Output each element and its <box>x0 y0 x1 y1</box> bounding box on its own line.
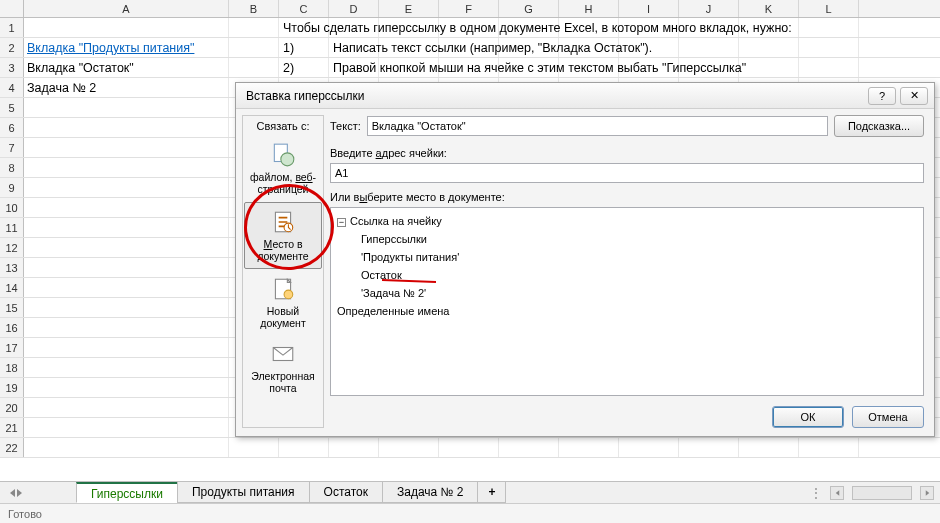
ok-button[interactable]: ОК <box>772 406 844 428</box>
tree-leaf-remainder[interactable]: Остаток <box>361 266 917 284</box>
cell-A4[interactable]: Задача № 2 <box>24 78 229 97</box>
row-header-12[interactable]: 12 <box>0 238 24 257</box>
sheet-tab-hyperlinks[interactable]: Гиперссылки <box>76 482 178 503</box>
close-button[interactable]: ✕ <box>900 87 928 105</box>
cell-A3[interactable]: Вкладка "Остаток" <box>24 58 229 77</box>
col-header-E[interactable]: E <box>379 0 439 17</box>
cell-address-input[interactable] <box>330 163 924 183</box>
col-header-I[interactable]: I <box>619 0 679 17</box>
cell-B22[interactable] <box>229 438 279 457</box>
cell-A18[interactable] <box>24 358 229 377</box>
link-to-file-web[interactable]: файлом, веб-страницей <box>243 136 323 201</box>
row-header-3[interactable]: 3 <box>0 58 24 77</box>
col-header-J[interactable]: J <box>679 0 739 17</box>
cell-L22[interactable] <box>799 438 859 457</box>
cell-A15[interactable] <box>24 298 229 317</box>
row-header-19[interactable]: 19 <box>0 378 24 397</box>
col-header-C[interactable]: C <box>279 0 329 17</box>
cell-A8[interactable] <box>24 158 229 177</box>
cell-K2[interactable] <box>739 38 799 57</box>
cell-A19[interactable] <box>24 378 229 397</box>
row-header-13[interactable]: 13 <box>0 258 24 277</box>
cell-A13[interactable] <box>24 258 229 277</box>
place-tree[interactable]: −Ссылка на ячейку Гиперссылки 'Продукты … <box>330 207 924 396</box>
cell-A20[interactable] <box>24 398 229 417</box>
sheet-tab-add[interactable]: + <box>477 482 506 503</box>
col-header-A[interactable]: A <box>24 0 229 17</box>
tree-leaf-task2[interactable]: 'Задача № 2' <box>361 284 917 302</box>
cell-I22[interactable] <box>619 438 679 457</box>
link-to-email[interactable]: Электронная почта <box>243 335 323 400</box>
cell-B3[interactable] <box>229 58 279 77</box>
row-header-9[interactable]: 9 <box>0 178 24 197</box>
col-header-B[interactable]: B <box>229 0 279 17</box>
row-header-10[interactable]: 10 <box>0 198 24 217</box>
sheet-tab-products[interactable]: Продукты питания <box>177 482 310 503</box>
cell-A6[interactable] <box>24 118 229 137</box>
row-header-8[interactable]: 8 <box>0 158 24 177</box>
row-header-2[interactable]: 2 <box>0 38 24 57</box>
hscroll-right-button[interactable] <box>920 486 934 500</box>
col-header-D[interactable]: D <box>329 0 379 17</box>
display-text-input[interactable] <box>367 116 828 136</box>
cell-A16[interactable] <box>24 318 229 337</box>
cell-C2-text[interactable]: 1) <box>283 38 294 58</box>
cell-H22[interactable] <box>559 438 619 457</box>
cell-A5[interactable] <box>24 98 229 117</box>
cell-A22[interactable] <box>24 438 229 457</box>
tab-nav[interactable] <box>0 489 26 497</box>
cell-B1[interactable] <box>229 18 279 37</box>
cell-C3-text[interactable]: 2) <box>283 58 294 78</box>
collapse-icon[interactable]: − <box>337 218 346 227</box>
help-button[interactable]: ? <box>868 87 896 105</box>
select-all-corner[interactable] <box>0 0 24 17</box>
cell-D22[interactable] <box>329 438 379 457</box>
cell-E22[interactable] <box>379 438 439 457</box>
cell-D2-text[interactable]: Написать текст ссылки (например, "Вкладк… <box>333 38 652 58</box>
tree-node-defined-names[interactable]: Определенные имена <box>337 302 917 320</box>
row-header-4[interactable]: 4 <box>0 78 24 97</box>
row-header-22[interactable]: 22 <box>0 438 24 457</box>
screen-tip-button[interactable]: Подсказка... <box>834 115 924 137</box>
col-header-H[interactable]: H <box>559 0 619 17</box>
cell-C1-text[interactable]: Чтобы сделать гиперссылку в одном докуме… <box>283 18 792 38</box>
cell-K22[interactable] <box>739 438 799 457</box>
cell-A14[interactable] <box>24 278 229 297</box>
row-header-6[interactable]: 6 <box>0 118 24 137</box>
cell-L2[interactable] <box>799 38 859 57</box>
tree-node-cell-ref[interactable]: −Ссылка на ячейку Гиперссылки 'Продукты … <box>337 212 917 302</box>
hscroll-track[interactable] <box>852 486 912 500</box>
row-header-15[interactable]: 15 <box>0 298 24 317</box>
col-header-L[interactable]: L <box>799 0 859 17</box>
cell-A17[interactable] <box>24 338 229 357</box>
cancel-button[interactable]: Отмена <box>852 406 924 428</box>
row-header-14[interactable]: 14 <box>0 278 24 297</box>
cell-C22[interactable] <box>279 438 329 457</box>
cell-L1[interactable] <box>799 18 859 37</box>
cell-K3[interactable] <box>739 58 799 77</box>
cell-A2[interactable]: Вкладка "Продукты питания" <box>24 38 229 57</box>
row-header-20[interactable]: 20 <box>0 398 24 417</box>
col-header-K[interactable]: K <box>739 0 799 17</box>
cell-F22[interactable] <box>439 438 499 457</box>
cell-G22[interactable] <box>499 438 559 457</box>
cell-A9[interactable] <box>24 178 229 197</box>
cell-L3[interactable] <box>799 58 859 77</box>
cell-A11[interactable] <box>24 218 229 237</box>
row-header-17[interactable]: 17 <box>0 338 24 357</box>
cell-A1[interactable] <box>24 18 229 37</box>
sheet-tab-task2[interactable]: Задача № 2 <box>382 482 478 503</box>
row-header-7[interactable]: 7 <box>0 138 24 157</box>
row-header-16[interactable]: 16 <box>0 318 24 337</box>
row-header-1[interactable]: 1 <box>0 18 24 37</box>
tree-leaf-products[interactable]: 'Продукты питания' <box>361 248 917 266</box>
link-to-place-in-document[interactable]: Место в документе <box>244 202 322 269</box>
sheet-tab-remainder[interactable]: Остаток <box>309 482 383 503</box>
cell-A12[interactable] <box>24 238 229 257</box>
link-to-new-document[interactable]: Новый документ <box>243 270 323 335</box>
hscroll-left-button[interactable] <box>830 486 844 500</box>
row-header-5[interactable]: 5 <box>0 98 24 117</box>
tree-leaf-hyperlinks[interactable]: Гиперссылки <box>361 230 917 248</box>
cell-D3-text[interactable]: Правой кнопкой мыши на ячейке с этим тек… <box>333 58 746 78</box>
col-header-F[interactable]: F <box>439 0 499 17</box>
